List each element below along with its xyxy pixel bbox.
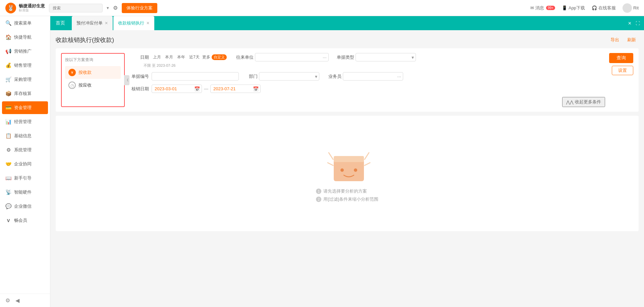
sidebar-item-basic-info[interactable]: 📋 基础信息	[0, 129, 50, 143]
query-receivable-label: 按应收	[78, 82, 92, 88]
empty-state: 1 请先选择要分析的方案 2 用[过滤]条件来缩小分析范围	[56, 116, 639, 231]
export-button[interactable]: 导出	[608, 36, 622, 44]
sidebar-item-quick-nav[interactable]: 🏠 快捷导航	[0, 30, 50, 44]
app-download-action[interactable]: 📱 App下载	[562, 5, 585, 11]
partner-filter-group: 往来单位 ···	[233, 53, 329, 61]
verify-date-start-input[interactable]	[152, 85, 202, 93]
doctype-select[interactable]	[356, 53, 416, 61]
industry-button[interactable]: 体验行业方案	[122, 3, 157, 13]
empty-illustration	[327, 143, 367, 183]
sidebar-item-guide[interactable]: 📖 新手引导	[0, 171, 50, 185]
date-this-year[interactable]: 本年	[176, 54, 186, 61]
sidebar: 🔍 搜索菜单 🏠 快捷导航 📢 营销推广 💰 销售管理 🛒 采购管理 📦 库存核…	[0, 16, 50, 307]
docno-input[interactable]	[152, 72, 239, 81]
tab-expand-icon[interactable]: ⛶	[636, 21, 640, 26]
query-option-by-receipt[interactable]: ¥ 按收款	[65, 66, 121, 79]
date-last-month[interactable]: 上月	[152, 54, 162, 61]
sidebar-item-system[interactable]: ⚙ 系统管理	[0, 143, 50, 157]
header-settings-icon[interactable]: ⚙	[113, 5, 118, 11]
sidebar-item-label: 搜索菜单	[14, 20, 32, 26]
more-conditions-btn[interactable]: ⋀⋀ 收起更多条件	[562, 97, 605, 107]
basic-info-icon: 📋	[5, 133, 11, 139]
query-option-by-receivable[interactable]: ◷ 按应收	[65, 79, 121, 92]
purchase-icon: 🛒	[5, 76, 11, 83]
date-more[interactable]: 更多	[202, 54, 210, 60]
tab-home[interactable]: 首页	[50, 16, 70, 30]
guide-icon: 📖	[5, 175, 11, 181]
tab-home-label: 首页	[56, 20, 65, 26]
staff-input[interactable]	[343, 72, 403, 81]
inventory-icon: 📦	[5, 91, 11, 97]
sidebar-item-search-menu[interactable]: 🔍 搜索菜单	[0, 16, 50, 30]
sidebar-item-label: 畅会员	[14, 217, 27, 223]
svg-line-7	[365, 163, 370, 165]
user-info[interactable]: Rit	[623, 3, 639, 13]
settings-button[interactable]: 设置	[612, 66, 633, 75]
panel-collapse-btn[interactable]: 《	[124, 75, 129, 85]
tab-close-window-icon[interactable]: ✕	[628, 21, 632, 26]
sidebar-collapse-icon[interactable]: ◀	[15, 297, 19, 304]
sidebar-item-cooperation[interactable]: 🤝 企业协同	[0, 157, 50, 171]
sidebar-item-label: 库存核算	[14, 91, 32, 97]
sidebar-item-finance[interactable]: 💳 资金管理	[2, 101, 48, 114]
finance-icon: 💳	[5, 105, 11, 111]
sidebar-item-operations[interactable]: 📊 经营管理	[0, 115, 50, 129]
sidebar-item-purchase[interactable]: 🛒 采购管理	[0, 72, 50, 87]
query-panel-title: 按以下方案查询	[65, 57, 121, 63]
header-search-input[interactable]	[49, 4, 103, 12]
header-dropdown-icon[interactable]: ▾	[107, 5, 109, 10]
sidebar-bottom: ⚙ ◀	[0, 294, 50, 307]
sidebar-item-label: 新手引导	[14, 175, 32, 181]
date-separator: —	[204, 86, 208, 91]
sidebar-item-label: 营销推广	[14, 48, 32, 54]
date-7days[interactable]: 近7天	[188, 54, 201, 61]
cooperation-icon: 🤝	[5, 161, 11, 167]
verify-date-end-input[interactable]	[210, 85, 261, 93]
filter-card: 按以下方案查询 ¥ 按收款 ◷ 按应收 《	[56, 48, 639, 112]
sidebar-item-label: 资金管理	[14, 105, 32, 111]
empty-hint-1: 1 请先选择要分析的方案	[316, 188, 378, 194]
page-content: 收款核销执行(按收款) 导出 刷新 按以下方案查询 ¥ 按收款 ◷	[50, 30, 644, 307]
sidebar-item-marketing[interactable]: 📢 营销推广	[0, 44, 50, 58]
sidebar-item-label: 基础信息	[14, 133, 32, 139]
tab-receipt-verify[interactable]: 收款核销执行 ✕	[113, 16, 154, 30]
dept-select[interactable]	[259, 72, 319, 81]
sidebar-item-label: 采购管理	[14, 76, 32, 83]
sidebar-item-inventory[interactable]: 📦 库存核算	[0, 87, 50, 101]
verify-date-group: 核销日期 📅 — 📅	[129, 85, 261, 93]
query-receipt-label: 按收款	[78, 69, 92, 75]
svg-line-6	[365, 153, 369, 159]
quick-nav-icon: 🏠	[5, 34, 11, 40]
marketing-icon: 📢	[5, 48, 11, 54]
logo-area: 🐰 畅捷通好生意 标准版	[5, 3, 45, 13]
tab-prepay-close[interactable]: ✕	[105, 21, 108, 25]
filter-right: 日期 上月 本月 本年 近7天 更多 自定义	[129, 53, 633, 107]
tab-prepay[interactable]: 预付冲应付单 ✕	[72, 16, 113, 30]
query-button[interactable]: 查询	[609, 53, 633, 63]
message-icon: ✉	[530, 5, 534, 10]
sidebar-item-wechat[interactable]: 💬 企业微信	[0, 199, 50, 213]
tab-receipt-verify-close[interactable]: ✕	[146, 21, 150, 25]
tabs-wrapper: 预付冲应付单 ✕ 收款核销执行 ✕	[70, 16, 624, 30]
svg-point-2	[340, 168, 344, 172]
wechat-icon: 💬	[5, 203, 11, 209]
date-custom-badge[interactable]: 自定义	[212, 54, 227, 60]
date-this-month[interactable]: 本月	[164, 54, 174, 61]
hint-text-1: 请先选择要分析的方案	[323, 188, 367, 194]
partner-label: 往来单位	[233, 54, 254, 60]
refresh-button[interactable]: 刷新	[625, 36, 639, 44]
vip-icon: V	[5, 217, 11, 223]
sidebar-settings-icon[interactable]: ⚙	[5, 297, 10, 304]
message-action[interactable]: ✉ 消息 99+	[530, 5, 555, 11]
online-service-action[interactable]: 🎧 在线客服	[592, 5, 616, 11]
staff-label: 业务员	[325, 73, 341, 80]
partner-input[interactable]	[255, 53, 329, 61]
sidebar-item-hardware[interactable]: 📡 智能硬件	[0, 185, 50, 199]
sidebar-item-vip[interactable]: V 畅会员	[0, 213, 50, 227]
sidebar-item-label: 经营管理	[14, 119, 32, 125]
sidebar-item-label: 企业协同	[14, 161, 32, 167]
page-actions: 导出 刷新	[608, 36, 639, 44]
sidebar-item-sales[interactable]: 💰 销售管理	[0, 58, 50, 72]
sidebar-item-label: 企业微信	[14, 203, 32, 209]
date-hint-row: 不限 至 2023-07-26	[144, 63, 605, 68]
